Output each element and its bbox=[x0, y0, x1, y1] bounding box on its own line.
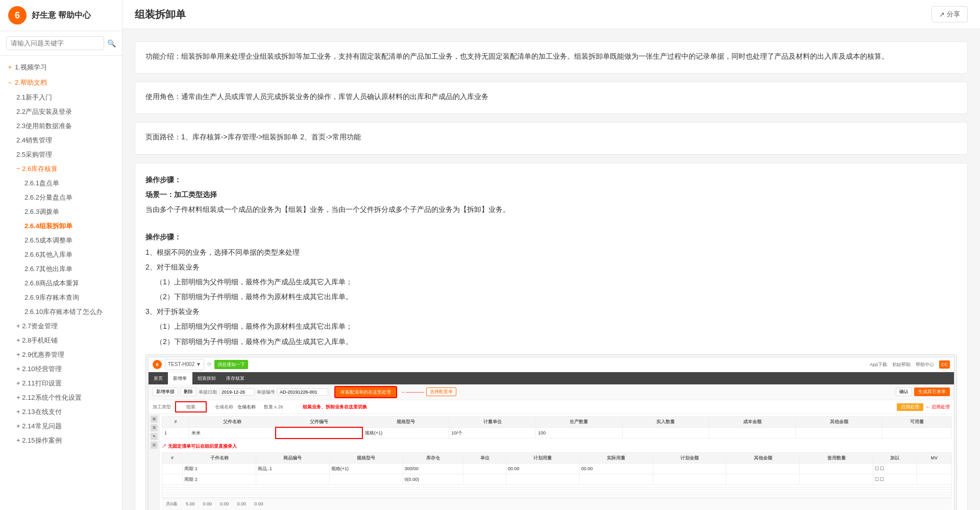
nav-sub-item-2-6-7[interactable]: 2.6.7其他出库单 bbox=[0, 262, 122, 276]
nav-sub-item-2-6-9[interactable]: 2.6.9库存账本查询 bbox=[0, 290, 122, 305]
th2-other-cost: 其他金额 bbox=[726, 452, 800, 463]
nav-item-1[interactable]: + 1.视频学习 bbox=[0, 60, 122, 75]
tables-area: # 父件名称 父件编号 规格型号 计量单位 生产数量 实入数量 成本金额 bbox=[160, 414, 954, 510]
app-screenshot: 6 TEST-H002 ▼ ⟳ 消息通知一下 App下载 初始帮助 帮助中心 C… bbox=[148, 357, 954, 510]
btn-generate[interactable]: 生成其它来单 bbox=[914, 387, 950, 396]
anno-enable-text: ← 启用处理 bbox=[925, 403, 950, 411]
nav-sub-item-2-12[interactable]: + 2.12系统个性化设置 bbox=[0, 391, 122, 405]
left-icon-4[interactable]: ⊟ bbox=[151, 442, 158, 449]
nav-sub-item-2-10[interactable]: + 2.10经营管理 bbox=[0, 362, 122, 376]
nav-assembly[interactable]: 组装拆卸 bbox=[192, 372, 221, 384]
app-navbar: 首页 新增单 组装拆卸 库存核算 bbox=[149, 372, 954, 384]
footer-val3: 0.00 bbox=[220, 500, 229, 508]
step3: 3、对于拆装业务 bbox=[145, 305, 957, 318]
nav-sub-item-2-6[interactable]: − 2.6库存核算 bbox=[0, 162, 122, 176]
nav-sub-item-2-11[interactable]: + 2.11打印设置 bbox=[0, 376, 122, 391]
refresh-icon[interactable]: ⟳ bbox=[207, 360, 211, 369]
nav-sub-item-2-6-1[interactable]: 2.6.1盘点单 bbox=[0, 176, 122, 190]
left-icon-bar: ⊞ ☰ ✎ ⊟ bbox=[149, 414, 160, 510]
th-spec: 规格型号 bbox=[362, 417, 449, 428]
nav-sub-item-2-13[interactable]: + 2.13在线支付 bbox=[0, 405, 122, 419]
share-button[interactable]: ↗ 分享 bbox=[932, 6, 968, 22]
init-help-link[interactable]: 初始帮助 bbox=[892, 360, 911, 369]
td-name-1: 米米 bbox=[189, 427, 276, 438]
left-icon-1[interactable]: ⊞ bbox=[151, 416, 158, 423]
nav-sub-item-2-6-4[interactable]: 2.6.4组装拆卸单 bbox=[0, 219, 122, 233]
search-box: 🔍 bbox=[0, 31, 122, 56]
nav-sub-item-2-6-8[interactable]: 2.6.8商品成本重算 bbox=[0, 276, 122, 290]
help-center-link[interactable]: 帮助中心 bbox=[916, 360, 934, 369]
app-download-link[interactable]: App下载 bbox=[870, 360, 887, 369]
td2-planqty-1: 00.00 bbox=[506, 463, 580, 474]
num-input[interactable] bbox=[277, 388, 328, 396]
td-spec-1: 规格(+1) bbox=[362, 427, 449, 438]
nav-sub-item-2-2[interactable]: 2.2产品安装及登录 bbox=[0, 105, 122, 119]
nav-sub-item-2-3[interactable]: 2.3使用前数据准备 bbox=[0, 119, 122, 133]
td2-name-1: 周期 1 bbox=[183, 463, 256, 474]
enable-process-area: 启用处理 ← 启用处理 bbox=[897, 403, 950, 411]
ops-title: 操作步骤： bbox=[145, 174, 957, 186]
nav-stock[interactable]: 库存核算 bbox=[221, 372, 250, 384]
company-dropdown[interactable]: TEST-H002 ▼ bbox=[165, 359, 204, 370]
nav-sub-item-2-1[interactable]: 2.1新手入门 bbox=[0, 90, 122, 105]
intro-text: 功能介绍：组装拆卸单用来处理企业组装或拆卸等加工业务，支持有固定装配清单的产品加… bbox=[145, 50, 957, 63]
td-avail-1 bbox=[883, 427, 952, 438]
nav-sub-item-2-6-3[interactable]: 2.6.3调拨单 bbox=[0, 205, 122, 219]
left-icon-3[interactable]: ✎ bbox=[151, 433, 158, 440]
td2-plancost-1 bbox=[653, 463, 726, 474]
date-label: 单据日期 bbox=[199, 388, 217, 396]
nav-label-1: 1.视频学习 bbox=[15, 63, 47, 72]
th-actual-qty: 实入数量 bbox=[622, 417, 709, 428]
left-icon-2[interactable]: ☰ bbox=[151, 424, 158, 431]
path-text: 页面路径：1、库存核算->库存管理->组装拆卸单 2、首页->常用功能 bbox=[145, 131, 957, 143]
notification-btn[interactable]: 消息通知一下 bbox=[214, 360, 248, 369]
screenshot-container: 6 TEST-H002 ▼ ⟳ 消息通知一下 App下载 初始帮助 帮助中心 C… bbox=[145, 354, 957, 510]
btn-new-doc[interactable]: 新增单据 bbox=[153, 387, 178, 396]
nav-sub-item-2-4[interactable]: 2.4销售管理 bbox=[0, 133, 122, 148]
step3-2: （2）下部明细为子件明细，最终作为产成品生成其它入库单。 bbox=[156, 335, 957, 348]
nav-sub-item-2-6-5[interactable]: 2.6.5成本调整单 bbox=[0, 233, 122, 248]
nav-sub-item-2-5[interactable]: 2.5采购管理 bbox=[0, 148, 122, 162]
td2-unit-1 bbox=[463, 463, 506, 474]
nav-new[interactable]: 新增单 bbox=[168, 372, 192, 384]
annotation-switch: 组装业务、拆卸业务在这里切换 bbox=[303, 403, 367, 411]
nav-sub-item-2-14[interactable]: + 2.14常见问题 bbox=[0, 419, 122, 433]
search-input[interactable] bbox=[6, 36, 104, 50]
warehouse-label: 仓储名称 bbox=[215, 403, 233, 411]
search-button[interactable]: 🔍 bbox=[107, 39, 116, 47]
nav-sub-item-2-6-6[interactable]: 2.6.6其他入库单 bbox=[0, 248, 122, 262]
sidebar-header: 6 好生意 帮助中心 bbox=[0, 0, 122, 31]
scene1-desc: 当由多个子件材料组装成一个成品的业务为【组装】业务，当由一个父件拆分成多个子产品… bbox=[145, 203, 957, 216]
cc-btn[interactable]: CC bbox=[939, 360, 950, 369]
date-input[interactable] bbox=[219, 388, 255, 396]
nav-sub-item-2-8[interactable]: + 2.8手机旺铺 bbox=[0, 333, 122, 348]
type-label: 加工类型 bbox=[153, 403, 171, 411]
enable-btn[interactable]: 启用处理 bbox=[897, 403, 923, 411]
type-input-highlighted[interactable]: 组装 bbox=[175, 401, 207, 412]
td2-empty-7 bbox=[162, 495, 952, 498]
td2-planqty-2 bbox=[506, 474, 580, 485]
nav-item-2[interactable]: − 2.帮助文档 bbox=[0, 75, 122, 90]
anno-switch-text: 组装业务、拆卸业务在这里切换 bbox=[303, 404, 367, 409]
footer-val2: 0.00 bbox=[203, 500, 212, 508]
nav-sub-item-2-6-2[interactable]: 2.6.2分量盘点单 bbox=[0, 190, 122, 205]
nav-sub-item-2-6-10[interactable]: 2.6.10库存账本错了怎么办 bbox=[0, 305, 122, 319]
td2-mv-1 bbox=[917, 463, 952, 474]
td2-extra-1: ☐ ☐ bbox=[873, 463, 916, 474]
td-num-1: 1 bbox=[162, 427, 189, 438]
nav-sub-item-2-15[interactable]: + 2.15操作案例 bbox=[0, 433, 122, 448]
nav-sub-item-2-9[interactable]: + 2.9优惠券管理 bbox=[0, 348, 122, 362]
page-title: 组装拆卸单 bbox=[135, 8, 186, 21]
nav-home[interactable]: 首页 bbox=[149, 372, 168, 384]
td2-actualqty-1: 00.00 bbox=[579, 463, 653, 474]
td-code-1 bbox=[276, 427, 362, 438]
btn-delete[interactable]: 删除 bbox=[180, 387, 197, 396]
annotation-area-1: 有装配清单的在这里处理 ←———— 选择配置单 bbox=[334, 386, 456, 398]
td2-num-1 bbox=[162, 463, 183, 474]
btn-confirm[interactable]: 确认 bbox=[896, 387, 912, 396]
td2-num-2 bbox=[162, 474, 183, 485]
btn-select-config[interactable]: 选择配置单 bbox=[426, 387, 456, 396]
table-row-1: 1 米米 规格(+1) 10/个 100 bbox=[162, 427, 952, 438]
nav-sub-item-2-7[interactable]: + 2.7资金管理 bbox=[0, 319, 122, 333]
th2-child-name: 子件名称 bbox=[183, 452, 256, 463]
